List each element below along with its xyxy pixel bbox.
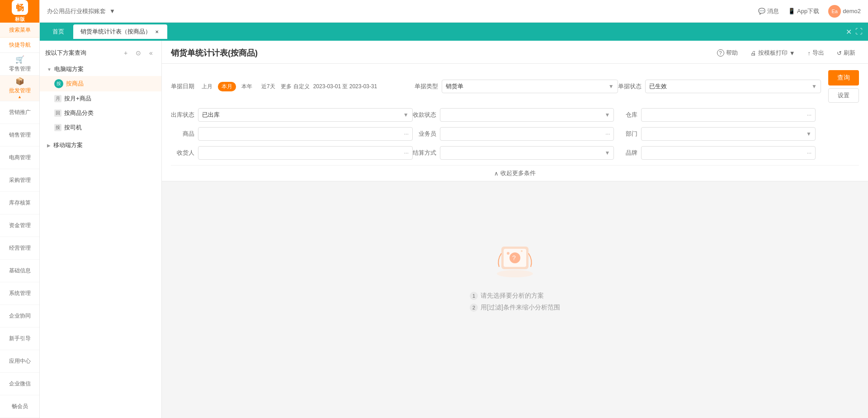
sidebar-item-newbie[interactable]: 新手引导 bbox=[0, 328, 40, 350]
filter-receipt-group: 收款状态 ▼ bbox=[413, 108, 614, 122]
user-avatar-area[interactable]: Ea demo2 bbox=[828, 5, 861, 18]
tree-item-by-category[interactable]: 回 按商品分类 bbox=[40, 106, 161, 120]
refresh-button[interactable]: ↺ 刷新 bbox=[833, 47, 859, 59]
sidebar-item-ecommerce[interactable]: 电商管理 bbox=[0, 147, 40, 169]
chevron-down-icon: ▼ bbox=[47, 67, 52, 72]
tab-maximize-icon[interactable]: ⛶ bbox=[855, 28, 863, 36]
tip-num-1: 1 bbox=[470, 292, 478, 300]
date-current-year[interactable]: 本年 bbox=[238, 82, 256, 91]
sidebar-item-enterprise[interactable]: 企业协同 bbox=[0, 305, 40, 328]
print-icon: 🖨 bbox=[750, 50, 756, 57]
sidebar-item-basic[interactable]: 基础信息 bbox=[0, 260, 40, 282]
app-download-label: App下载 bbox=[797, 7, 819, 15]
warehouse-input[interactable]: ··· bbox=[641, 108, 816, 122]
export-button[interactable]: ↑ 导出 bbox=[804, 47, 828, 59]
date-badges-area: 上月 本月 本年 近7天 更多 自定义 bbox=[198, 82, 310, 91]
brand-input[interactable]: ··· bbox=[641, 146, 816, 160]
filter-receiver-group: 收货人 ··· bbox=[171, 146, 413, 160]
svg-text:?: ? bbox=[512, 254, 516, 261]
by-category-icon: 回 bbox=[54, 109, 61, 117]
tab-close-icon[interactable]: ✕ bbox=[154, 28, 160, 35]
print-button[interactable]: 🖨 按模板打印 ▼ bbox=[747, 47, 799, 59]
status-label: 单据状态 bbox=[618, 82, 645, 90]
page-title: 销货单统计计表(按商品) bbox=[171, 48, 258, 58]
date-label: 单据日期 bbox=[171, 82, 198, 90]
date-more[interactable]: 更多 bbox=[281, 83, 292, 90]
sidebar-item-label: 营销推广 bbox=[9, 109, 31, 116]
query-button[interactable]: 查询 bbox=[828, 70, 859, 86]
collapse-button[interactable]: ∧ 收起更多条件 bbox=[171, 165, 859, 181]
dept-select[interactable]: ▼ bbox=[641, 127, 816, 141]
quick-nav-label: 快捷导航 bbox=[9, 41, 31, 49]
app-download-button[interactable]: 📱 App下载 bbox=[788, 7, 819, 15]
sidebar-item-wholesale[interactable]: 📦 批发管理 ▲ bbox=[0, 76, 40, 102]
filter-status-group: 单据状态 已生效 ▼ bbox=[618, 80, 821, 93]
sidebar-item-member[interactable]: 畅会员 bbox=[0, 395, 40, 418]
tab-home[interactable]: 首页 bbox=[45, 24, 71, 39]
sidebar-item-label: 零售管理 bbox=[9, 65, 31, 73]
top-header: 办公用品行业模拟账套 ▼ 💬 消息 📱 App下载 Ea demo2 bbox=[40, 0, 868, 23]
date-last-month[interactable]: 上月 bbox=[198, 82, 216, 91]
type-value: 销货单 bbox=[446, 82, 608, 90]
sidebar-item-system[interactable]: 系统管理 bbox=[0, 282, 40, 305]
receipt-select[interactable]: ▼ bbox=[440, 108, 614, 122]
status-select[interactable]: 已生效 ▼ bbox=[645, 80, 821, 93]
date-current-month[interactable]: 本月 bbox=[218, 82, 236, 91]
date-last-7-days[interactable]: 近7天 bbox=[258, 82, 279, 91]
type-dropdown-icon: ▼ bbox=[609, 83, 614, 90]
sidebar-item-label: 采购管理 bbox=[9, 176, 31, 184]
staff-input[interactable]: ··· bbox=[440, 127, 614, 141]
type-select[interactable]: 销货单 ▼ bbox=[442, 80, 618, 93]
tab-report[interactable]: 销货单统计计表（按商品） ✕ bbox=[73, 24, 167, 39]
warehouse-dots: ··· bbox=[807, 112, 811, 118]
sidebar-item-retail[interactable]: 🛒 零售管理 bbox=[0, 53, 40, 76]
main-area: 办公用品行业模拟账套 ▼ 💬 消息 📱 App下载 Ea demo2 首页 bbox=[40, 0, 868, 418]
search-menu-button[interactable]: 搜索菜单 bbox=[0, 23, 40, 38]
help-button[interactable]: ? 帮助 bbox=[713, 47, 741, 59]
sidebar-item-operation[interactable]: 经营管理 bbox=[0, 237, 40, 260]
date-custom[interactable]: 自定义 bbox=[293, 83, 310, 90]
tree-item-by-goods[interactable]: 按 按商品 bbox=[40, 76, 161, 91]
sidebar-item-purchase[interactable]: 采购管理 bbox=[0, 169, 40, 192]
tab-close-all-icon[interactable]: ✕ bbox=[846, 28, 852, 36]
quick-nav-button[interactable]: 快捷导航 bbox=[0, 38, 40, 52]
by-goods-label: 按商品 bbox=[66, 80, 84, 88]
search-menu-label: 搜索菜单 bbox=[9, 26, 31, 34]
tree-item-by-cashier[interactable]: 按 按司机 bbox=[40, 120, 161, 135]
filter-staff-group: 业务员 ··· bbox=[413, 127, 614, 141]
sidebar-item-inventory[interactable]: 库存核算 bbox=[0, 192, 40, 214]
edit-scheme-icon[interactable]: ⊙ bbox=[133, 48, 143, 58]
goods-input[interactable]: ··· bbox=[198, 127, 413, 141]
refresh-icon: ↺ bbox=[837, 50, 842, 57]
out-select[interactable]: 已出库 ▼ bbox=[198, 108, 413, 122]
tab-report-label: 销货单统计计表（按商品） bbox=[80, 28, 151, 36]
sidebar-item-label: 企业协同 bbox=[9, 312, 31, 320]
message-button[interactable]: 💬 消息 bbox=[758, 7, 779, 15]
sidebar-item-finance[interactable]: 资金管理 bbox=[0, 214, 40, 237]
settings-button[interactable]: 设置 bbox=[828, 88, 859, 103]
sidebar-item-corpwechat[interactable]: 企业微信 bbox=[0, 373, 40, 395]
message-icon: 💬 bbox=[758, 8, 765, 14]
product-name-area: 办公用品行业模拟账套 ▼ bbox=[47, 7, 115, 15]
filter-brand-group: 品牌 ··· bbox=[614, 146, 816, 160]
sidebar-item-sales[interactable]: 销售管理 bbox=[0, 124, 40, 147]
product-dropdown-icon[interactable]: ▼ bbox=[109, 8, 115, 14]
print-label: 按模板打印 bbox=[758, 49, 788, 57]
type-label: 单据类型 bbox=[415, 82, 442, 90]
sidebar: 畅 标版 搜索菜单 快捷导航 🛒 零售管理 📦 批发管理 ▲ 营销推广 销售管理… bbox=[0, 0, 40, 418]
tree-parent-desktop[interactable]: ▼ 电脑端方案 bbox=[40, 62, 161, 76]
add-scheme-icon[interactable]: + bbox=[121, 48, 131, 58]
tab-home-label: 首页 bbox=[52, 28, 64, 36]
status-dropdown-icon: ▼ bbox=[811, 83, 817, 90]
paymethod-select[interactable]: ▼ bbox=[440, 146, 614, 160]
sidebar-item-marketing[interactable]: 营销推广 bbox=[0, 101, 40, 124]
app-download-icon: 📱 bbox=[788, 8, 795, 14]
status-value: 已生效 bbox=[649, 82, 811, 90]
page-header: 销货单统计计表(按商品) ? 帮助 🖨 按模板打印 ▼ ↑ 导出 bbox=[162, 41, 868, 64]
tree-parent-mobile[interactable]: ▶ 移动端方案 bbox=[40, 138, 161, 152]
sidebar-item-appcenter[interactable]: 应用中心 bbox=[0, 350, 40, 373]
product-name: 办公用品行业模拟账套 bbox=[47, 7, 106, 15]
collapse-panel-icon[interactable]: « bbox=[146, 48, 156, 58]
receiver-input[interactable]: ··· bbox=[198, 146, 413, 160]
tree-item-by-month-goods[interactable]: 月 按月+商品 bbox=[40, 91, 161, 106]
